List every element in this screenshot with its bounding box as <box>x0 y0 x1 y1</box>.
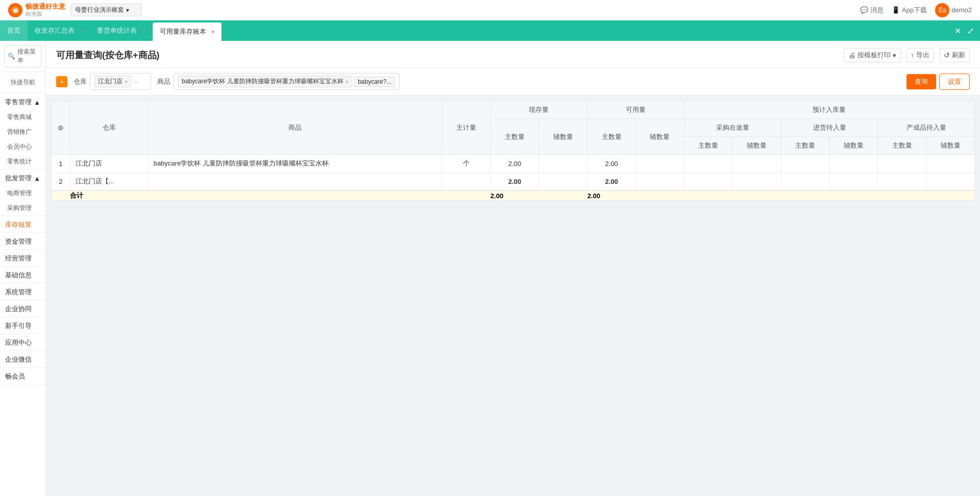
row-incoming-main <box>781 155 829 173</box>
print-icon: 🖨 <box>848 51 855 59</box>
row-purchase-aux <box>732 173 781 191</box>
table-row: 1 江北门店 babycare学饮杯 儿童防摔防撞吸管杯重力球吸嘴杯宝宝水杯 个… <box>52 155 974 173</box>
production-group-header: 产成品待入量 <box>878 119 974 137</box>
remove-product-tag-1[interactable]: × <box>346 79 349 85</box>
row-purchase-main <box>684 173 732 191</box>
row-product <box>148 173 442 191</box>
product-label: 商品 <box>157 77 170 86</box>
remove-warehouse-tag[interactable]: × <box>125 79 128 85</box>
sidebar-item-quick-nav[interactable]: 快捷导航 <box>0 75 45 90</box>
incoming-aux-header: 辅数量 <box>829 137 878 155</box>
production-aux-header: 辅数量 <box>926 137 974 155</box>
sidebar-item-system[interactable]: 系统管理 <box>0 284 45 300</box>
summary-incoming-main <box>781 191 829 200</box>
row-unit <box>442 173 491 191</box>
sidebar-section-retail-title[interactable]: 零售管理 ▲ <box>0 93 45 110</box>
avail-main-header: 主数量 <box>587 119 636 155</box>
tab-order-stats[interactable]: 要货单统计表 × <box>90 20 152 41</box>
sidebar-section-enterprise: 企业协同 <box>0 300 45 317</box>
purchase-aux-header: 辅数量 <box>732 137 781 155</box>
tab-collection[interactable]: 收发存汇总表 × <box>28 20 90 41</box>
chevron-down-icon: ▲ <box>34 175 40 182</box>
top-bar: 畅 畅捷通好生意 标准版 母婴行业演示账套 ▾ 💬 消息 📱 App下载 Ea … <box>0 0 980 20</box>
chevron-down-icon: ▾ <box>126 7 129 14</box>
incoming-main-header: 主数量 <box>781 137 829 155</box>
content-area: 可用量查询(按仓库+商品) 🖨 按模板打印 ▾ ↑ 导出 ↺ 刷新 <box>46 41 980 496</box>
query-button[interactable]: 查询 <box>906 74 936 89</box>
close-window-icon[interactable]: ✕ <box>952 26 963 36</box>
warehouse-filter-group: 仓库 江北门店 × ··· <box>74 73 151 90</box>
sidebar-item-newbie[interactable]: 新手引导 <box>0 317 45 334</box>
sidebar-item-finance[interactable]: 资金管理 <box>0 233 45 249</box>
row-avail-main: 2.00 <box>587 155 636 173</box>
summary-production-aux <box>926 191 974 200</box>
warehouse-ellipsis[interactable]: ··· <box>133 78 139 85</box>
row-avail-main: 2.00 <box>587 173 636 191</box>
top-bar-right: 💬 消息 📱 App下载 Ea demo2 <box>860 3 972 17</box>
product-tag-2: babycare?... <box>354 77 395 87</box>
settings-column-header[interactable]: ⚙ <box>52 101 70 155</box>
summary-incoming-aux <box>829 191 878 200</box>
store-selector[interactable]: 母婴行业演示账套 ▾ <box>70 4 142 16</box>
user-profile[interactable]: Ea demo2 <box>935 3 972 17</box>
close-order-stats-tab[interactable]: × <box>142 28 145 34</box>
tab-home[interactable]: 首页 <box>0 20 28 41</box>
warehouse-input[interactable]: 江北门店 × ··· <box>90 73 151 90</box>
sidebar-item-app-center[interactable]: 应用中心 <box>0 334 45 350</box>
row-purchase-aux <box>732 155 781 173</box>
export-button[interactable]: ↑ 导出 <box>906 48 934 62</box>
message-action[interactable]: 💬 消息 <box>860 6 884 15</box>
product-input[interactable]: babycare学饮杯 儿童防摔防撞吸管杯重力球吸嘴杯宝宝水杯 × babyca… <box>174 73 400 90</box>
warehouse-column-header: 仓库 <box>70 101 148 155</box>
sidebar-item-enterprise[interactable]: 企业协同 <box>0 300 45 317</box>
sidebar-item-retail-stats[interactable]: 零售统计 <box>0 154 45 169</box>
data-table: ⚙ 仓库 商品 主计量 现存量 可用量 预计入库量 主数量 辅数量 主数量 <box>52 101 974 200</box>
sidebar-quick-nav: 快捷导航 <box>0 72 45 93</box>
close-available-stock-tab[interactable]: × <box>211 29 214 35</box>
tab-available-stock[interactable]: 可用量库存账本 × <box>153 22 222 41</box>
row-avail-aux <box>636 155 684 173</box>
sidebar-item-ecommerce[interactable]: 电商管理 <box>0 186 45 201</box>
avail-aux-header: 辅数量 <box>636 119 684 155</box>
row-stock-aux <box>539 155 587 173</box>
app-download-action[interactable]: 📱 App下载 <box>892 6 927 15</box>
sidebar-section-wholesale-title[interactable]: 批发管理 ▲ <box>0 170 45 186</box>
sidebar-search: 🔍 搜索菜单 <box>0 41 45 72</box>
sidebar-item-basic[interactable]: 基础信息 <box>0 267 45 283</box>
close-collection-tab[interactable]: × <box>80 28 83 34</box>
refresh-button[interactable]: ↺ 刷新 <box>939 48 970 62</box>
search-menu-button[interactable]: 🔍 搜索菜单 <box>4 45 41 67</box>
summary-production-main <box>878 191 926 200</box>
stock-aux-header: 辅数量 <box>539 119 587 155</box>
row-production-aux <box>926 155 974 173</box>
sidebar-item-stock[interactable]: 库存核算 <box>0 216 45 232</box>
sidebar-item-members[interactable]: 会员中心 <box>0 139 45 154</box>
product-tag-1: babycare学饮杯 儿童防摔防撞吸管杯重力球吸嘴杯宝宝水杯 × <box>178 76 352 87</box>
filter-actions: 查询 设置 <box>906 74 970 90</box>
sidebar-section-app-center: 应用中心 <box>0 334 45 351</box>
refresh-icon: ↺ <box>944 51 950 59</box>
sidebar-item-retail-mall[interactable]: 零售商城 <box>0 110 45 125</box>
print-button[interactable]: 🖨 按模板打印 ▾ <box>844 48 901 62</box>
page-header: 可用量查询(按仓库+商品) 🖨 按模板打印 ▾ ↑ 导出 ↺ 刷新 <box>46 41 980 68</box>
row-incoming-aux <box>829 155 878 173</box>
sidebar-item-enterprise-wechat[interactable]: 企业微信 <box>0 351 45 367</box>
maximize-icon[interactable]: ⤢ <box>965 26 976 36</box>
filter-expand-button[interactable]: » <box>56 76 67 87</box>
sidebar-item-marketing[interactable]: 营销推广 <box>0 125 45 139</box>
sidebar-item-member[interactable]: 畅会员 <box>0 368 45 384</box>
settings-button[interactable]: 设置 <box>939 74 970 90</box>
top-bar-left: 畅 畅捷通好生意 标准版 母婴行业演示账套 ▾ <box>8 3 142 17</box>
sidebar-item-operation[interactable]: 经营管理 <box>0 250 45 266</box>
row-incoming-main <box>781 173 829 191</box>
row-production-aux <box>926 173 974 191</box>
sidebar-item-purchase[interactable]: 采购管理 <box>0 201 45 216</box>
stock-main-header: 主数量 <box>491 119 539 155</box>
app-icon: 📱 <box>892 6 900 14</box>
table-wrapper: ⚙ 仓库 商品 主计量 现存量 可用量 预计入库量 主数量 辅数量 主数量 <box>51 101 975 201</box>
summary-label: 合计 <box>70 191 491 200</box>
avatar: Ea <box>935 3 949 17</box>
available-group-header: 可用量 <box>587 101 684 119</box>
row-warehouse: 江北门店 <box>70 155 148 173</box>
summary-avail-aux <box>636 191 684 200</box>
